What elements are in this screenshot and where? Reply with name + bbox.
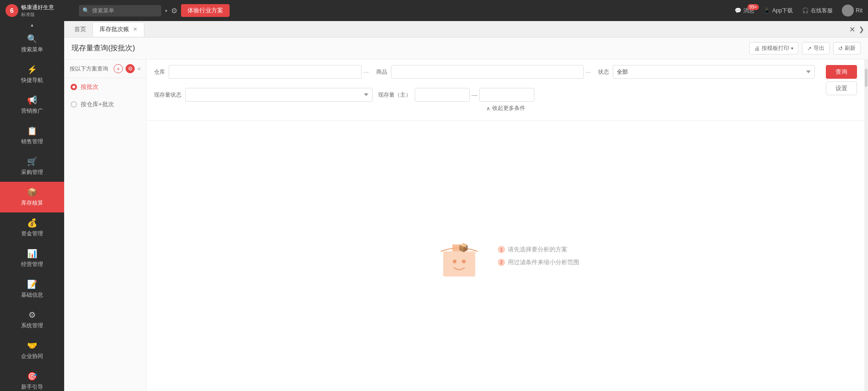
search-placeholder: 搜索菜单 <box>92 7 114 15</box>
warehouse-input[interactable] <box>169 65 362 79</box>
sidebar-item-shortcut[interactable]: ⚡ 快捷导航 <box>0 59 64 90</box>
sidebar-item-basic[interactable]: 📝 基础信息 <box>0 274 64 304</box>
sidebar-item-basic-label: 基础信息 <box>21 291 43 299</box>
tab-close-icon[interactable]: ✕ <box>133 26 137 33</box>
avatar <box>842 5 854 16</box>
filter-panel-header: 按以下方案查询 ＋ ⚙ « <box>64 60 146 78</box>
hint-num-2: 2 <box>498 259 505 266</box>
sidebar-item-finance-label: 资金管理 <box>21 230 43 238</box>
filter-item-warehouse-batch[interactable]: 按仓库+批次 <box>64 96 146 113</box>
topbar-settings-icon[interactable]: ⚙ <box>171 6 177 15</box>
status-label: 状态 <box>598 68 609 76</box>
filter-panel: 按以下方案查询 ＋ ⚙ « 按批次 按仓库+批次 <box>64 60 147 391</box>
system-icon: ⚙ <box>28 310 36 320</box>
sidebar-item-marketing-label: 营销推广 <box>21 107 43 115</box>
menu-search-bar[interactable]: 🔍 搜索菜单 <box>79 5 161 16</box>
filter-radio-warehouse-batch <box>71 101 77 108</box>
main-layout: ▲ 🔍 搜索菜单 ⚡ 快捷导航 📢 营销推广 📋 销售管理 🛒 采购管理 <box>0 21 868 391</box>
app-download-item[interactable]: 📱 App下载 <box>764 7 793 15</box>
tab-inventory-batch[interactable]: 库存批次账 ✕ <box>93 22 144 37</box>
inventory-status-label: 现存量状态 <box>154 91 181 99</box>
svg-point-3 <box>462 260 466 263</box>
search-icon: 🔍 <box>82 7 89 14</box>
sidebar-item-sales[interactable]: 📋 销售管理 <box>0 120 64 151</box>
hint-num-1: 1 <box>498 246 505 253</box>
product-label: 商品 <box>376 68 387 76</box>
content-area: 首页 库存批次账 ✕ ✕ ❯ 现存量查询(按批次) 🖨 按模板打印 <box>64 21 868 391</box>
sidebar-item-system[interactable]: ⚙ 系统管理 <box>0 304 64 335</box>
filter-panel-actions: ＋ ⚙ « <box>114 64 141 73</box>
tab-home-label: 首页 <box>74 25 86 33</box>
empty-hints: 1 请先选择要分析的方案 2 用过滤条件来缩小分析范围 <box>498 245 579 266</box>
sidebar-item-operation[interactable]: 📊 经营管理 <box>0 243 64 274</box>
page-content: 现存量查询(按批次) 🖨 按模板打印 ▾ ↗ 导出 ↺ 刷新 <box>64 38 868 391</box>
sidebar-item-inventory[interactable]: 📦 库存核算 <box>0 182 64 212</box>
sidebar-item-sales-label: 销售管理 <box>21 138 43 146</box>
scrollbar-thumb <box>865 69 868 87</box>
topbar-dropdown-icon[interactable]: ▾ <box>165 8 167 13</box>
sidebar-item-enterprise[interactable]: 🤝 企业协同 <box>0 335 64 366</box>
sidebar-item-system-label: 系统管理 <box>21 322 43 330</box>
inventory-status-field: 现存量状态 <box>154 88 373 102</box>
sidebar-item-marketing[interactable]: 📢 营销推广 <box>0 90 64 120</box>
app-logo: 6 畅康通好生意 标准版 <box>5 4 70 18</box>
qty-dash: — <box>472 92 478 98</box>
print-dropdown-icon: ▾ <box>791 46 793 51</box>
inventory-qty-to[interactable] <box>479 88 534 102</box>
status-select[interactable]: 全部 启用 停用 <box>613 65 815 79</box>
page-body: 按以下方案查询 ＋ ⚙ « 按批次 按仓库+批次 <box>64 60 868 391</box>
export-button[interactable]: ↗ 导出 <box>802 42 830 54</box>
inventory-qty-from[interactable] <box>415 88 470 102</box>
sidebar-item-finance[interactable]: 💰 资金管理 <box>0 212 64 243</box>
sales-icon: 📋 <box>27 126 37 136</box>
headset-icon: 🎧 <box>802 7 809 14</box>
sidebar-item-purchase[interactable]: 🛒 采购管理 <box>0 151 64 182</box>
tab-bar: 首页 库存批次账 ✕ ✕ ❯ <box>64 21 868 38</box>
query-button[interactable]: 查询 <box>826 65 857 79</box>
product-input[interactable] <box>391 65 584 79</box>
warehouse-more-icon[interactable]: ··· <box>362 68 371 76</box>
settings-button[interactable]: 设置 <box>826 81 857 95</box>
filter-item-warehouse-batch-label: 按仓库+批次 <box>81 100 114 109</box>
query-row-2: 现存量状态 现存量（主） — <box>154 88 815 102</box>
query-form: 仓库 ··· 商品 ··· <box>147 60 864 121</box>
inventory-status-select[interactable] <box>185 88 373 102</box>
tab-home[interactable]: 首页 <box>68 22 93 36</box>
query-action-buttons: 查询 设置 <box>826 65 857 95</box>
product-more-icon[interactable]: ··· <box>584 68 593 76</box>
refresh-icon: ↺ <box>838 45 843 52</box>
tab-bar-close-all[interactable]: ✕ <box>849 25 855 34</box>
settings-filter-button[interactable]: ⚙ <box>126 64 135 73</box>
tab-bar-chevron[interactable]: ❯ <box>859 26 864 33</box>
hint-text-1: 请先选择要分析的方案 <box>508 245 567 254</box>
sidebar-item-operation-label: 经营管理 <box>21 261 43 268</box>
inventory-qty-field: 现存量（主） — <box>378 88 815 102</box>
sidebar-scroll-up[interactable]: ▲ <box>0 21 64 28</box>
print-button[interactable]: 🖨 按模板打印 ▾ <box>749 42 798 54</box>
refresh-button[interactable]: ↺ 刷新 <box>833 42 861 54</box>
query-row-1: 仓库 ··· 商品 ··· <box>154 65 815 79</box>
trial-button[interactable]: 体验行业方案 <box>181 4 230 17</box>
add-filter-button[interactable]: ＋ <box>114 64 123 73</box>
user-avatar-item[interactable]: Rit <box>842 5 863 16</box>
sidebar-item-search-label: 搜索菜单 <box>21 46 43 54</box>
collapse-more-conditions[interactable]: ∧ 收起更多条件 <box>154 102 857 115</box>
collapse-filter-icon[interactable]: « <box>137 65 141 72</box>
product-field: 商品 ··· <box>376 65 593 79</box>
guide-icon: 🎯 <box>27 371 37 381</box>
filter-item-batch[interactable]: 按批次 <box>64 78 146 96</box>
right-scrollbar[interactable] <box>864 60 868 391</box>
topbar-right: 💬 消息 99+ 📱 App下载 🎧 在线客服 Rit <box>735 5 863 16</box>
svg-text:📦: 📦 <box>458 243 469 253</box>
messages-item[interactable]: 💬 消息 99+ <box>735 7 754 15</box>
marketing-icon: 📢 <box>27 95 37 105</box>
finance-icon: 💰 <box>27 218 37 228</box>
empty-svg: 📦 <box>432 228 487 283</box>
inventory-icon: 📦 <box>27 187 37 197</box>
online-service-item[interactable]: 🎧 在线客服 <box>802 7 833 15</box>
sidebar-item-guide[interactable]: 🎯 新手引导 <box>0 366 64 391</box>
app-download-label: App下载 <box>772 7 793 15</box>
page-title: 现存量查询(按批次) <box>71 43 135 53</box>
shortcut-icon: ⚡ <box>27 65 37 75</box>
sidebar-item-search[interactable]: 🔍 搜索菜单 <box>0 28 64 59</box>
